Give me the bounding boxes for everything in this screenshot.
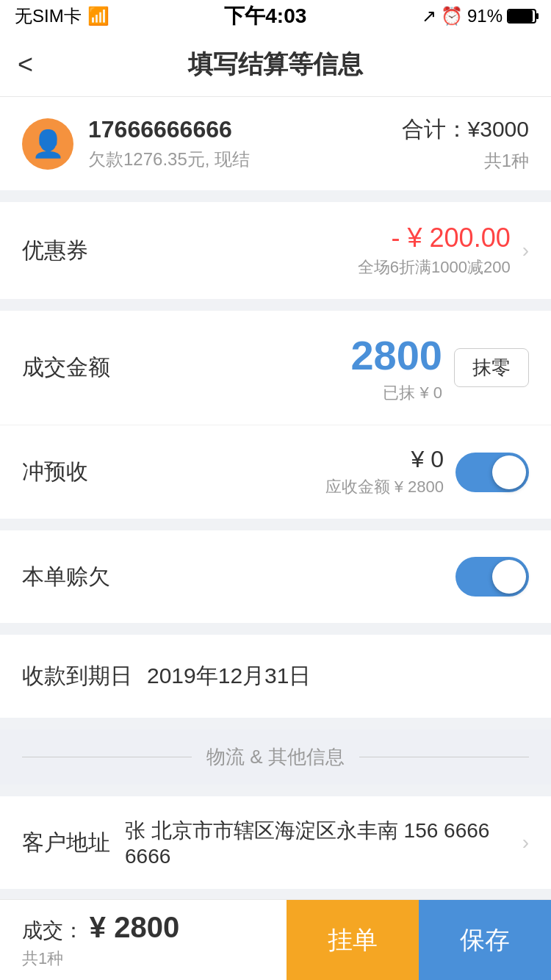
customer-phone: 17666666666 — [88, 116, 250, 143]
status-right: ↗ ⏰ 91% — [422, 6, 536, 26]
status-left: 无SIM卡 📶 — [15, 4, 109, 28]
prepay-right: ¥ 0 应收金额 ¥ 2800 — [325, 446, 529, 498]
avatar: 👤 — [22, 118, 73, 170]
round-button[interactable]: 抹零 — [454, 348, 529, 387]
bottom-count: 共1种 — [22, 948, 264, 970]
customer-left: 👤 17666666666 欠款1276.35元, 现结 — [22, 116, 250, 171]
alarm-icon: ⏰ — [441, 6, 463, 26]
bottom-deal-amount: ¥ 2800 — [90, 911, 179, 943]
coupon-row[interactable]: 优惠券 - ¥ 200.00 全场6折满1000减200 › — [0, 202, 551, 299]
logistics-divider: 物流 & 其他信息 — [0, 729, 551, 785]
battery-tip — [536, 13, 539, 19]
main-content: 👤 17666666666 欠款1276.35元, 现结 合计：¥3000 共1… — [0, 97, 551, 980]
address-row[interactable]: 客户地址 张 北京市市辖区海淀区永丰南 156 6666 6666 › — [0, 796, 551, 889]
status-time: 下午4:03 — [224, 2, 306, 30]
coupon-section: 优惠券 - ¥ 200.00 全场6折满1000减200 › — [0, 202, 551, 299]
hold-button[interactable]: 挂单 — [287, 900, 419, 981]
logistics-label: 物流 & 其他信息 — [206, 744, 345, 770]
customer-debt: 欠款1276.35元, 现结 — [88, 148, 250, 171]
coupon-desc: 全场6折满1000减200 — [358, 256, 511, 278]
deal-amount-section: 成交金额 2800 已抹 ¥ 0 抹零 冲预收 ¥ 0 应收金额 ¥ 2800 — [0, 311, 551, 519]
battery-icon — [507, 9, 536, 24]
bottom-bar: 成交： ¥ 2800 共1种 挂单 保存 — [0, 899, 551, 980]
address-label: 客户地址 — [22, 828, 110, 858]
debt-row: 本单赊欠 — [0, 530, 551, 623]
prepay-row: 冲预收 ¥ 0 应收金额 ¥ 2800 — [0, 425, 551, 519]
prepay-amount: ¥ 0 — [325, 446, 444, 473]
debt-section: 本单赊欠 — [0, 530, 551, 623]
deal-amount-right: 2800 已抹 ¥ 0 抹零 — [350, 331, 529, 404]
battery-fill — [508, 10, 533, 22]
debt-toggle[interactable] — [455, 557, 529, 597]
battery-percent: 91% — [467, 6, 503, 26]
prepay-sub: 应收金额 ¥ 2800 — [325, 476, 444, 498]
customer-right: 合计：¥3000 共1种 — [402, 115, 529, 173]
debt-toggle-knob — [492, 560, 526, 594]
coupon-right-content: - ¥ 200.00 全场6折满1000减200 — [358, 223, 511, 278]
prepay-content: ¥ 0 应收金额 ¥ 2800 — [325, 446, 444, 498]
location-icon: ↗ — [422, 6, 436, 26]
divider-line-left — [22, 757, 192, 757]
deal-amount-content: 2800 已抹 ¥ 0 — [350, 331, 442, 404]
duedate-value: 2019年12月31日 — [147, 661, 311, 691]
debt-label: 本单赊欠 — [22, 562, 110, 592]
deal-amount-label: 成交金额 — [22, 353, 110, 383]
deal-prefix: 成交： — [22, 919, 84, 942]
total-count: 共1种 — [402, 149, 529, 173]
status-bar: 无SIM卡 📶 下午4:03 ↗ ⏰ 91% — [0, 0, 551, 32]
address-value: 张 北京市市辖区海淀区永丰南 156 6666 6666 — [125, 817, 522, 868]
duedate-row: 收款到期日 2019年12月31日 — [0, 635, 551, 718]
deal-amount-row: 成交金额 2800 已抹 ¥ 0 抹零 — [0, 311, 551, 425]
duedate-label: 收款到期日 — [22, 661, 132, 691]
deal-amount-number: 2800 — [350, 331, 442, 379]
customer-info: 17666666666 欠款1276.35元, 现结 — [88, 116, 250, 171]
bottom-summary: 成交： ¥ 2800 共1种 — [0, 911, 287, 970]
toggle-knob — [492, 455, 526, 489]
address-section: 客户地址 张 北京市市辖区海淀区永丰南 156 6666 6666 › — [0, 796, 551, 889]
save-button[interactable]: 保存 — [419, 900, 551, 981]
total-amount: 合计：¥3000 — [402, 115, 529, 145]
wifi-icon: 📶 — [87, 6, 109, 26]
chevron-icon: › — [522, 239, 529, 262]
back-button[interactable]: < — [18, 49, 33, 80]
prepay-toggle[interactable] — [455, 453, 529, 492]
avatar-icon: 👤 — [32, 129, 65, 159]
coupon-label: 优惠券 — [22, 236, 88, 266]
divider-line-right — [359, 757, 529, 757]
deal-amount-sub: 已抹 ¥ 0 — [350, 382, 442, 404]
customer-card: 👤 17666666666 欠款1276.35元, 现结 合计：¥3000 共1… — [0, 97, 551, 190]
coupon-right: - ¥ 200.00 全场6折满1000减200 › — [358, 223, 529, 278]
address-chevron-icon: › — [522, 831, 529, 854]
page-title: 填写结算等信息 — [188, 48, 363, 82]
prepay-label: 冲预收 — [22, 457, 88, 487]
nav-bar: < 填写结算等信息 — [0, 32, 551, 97]
coupon-amount: - ¥ 200.00 — [358, 223, 511, 253]
bottom-deal-label: 成交： ¥ 2800 — [22, 911, 264, 945]
carrier-text: 无SIM卡 — [15, 4, 82, 28]
duedate-section: 收款到期日 2019年12月31日 — [0, 635, 551, 718]
